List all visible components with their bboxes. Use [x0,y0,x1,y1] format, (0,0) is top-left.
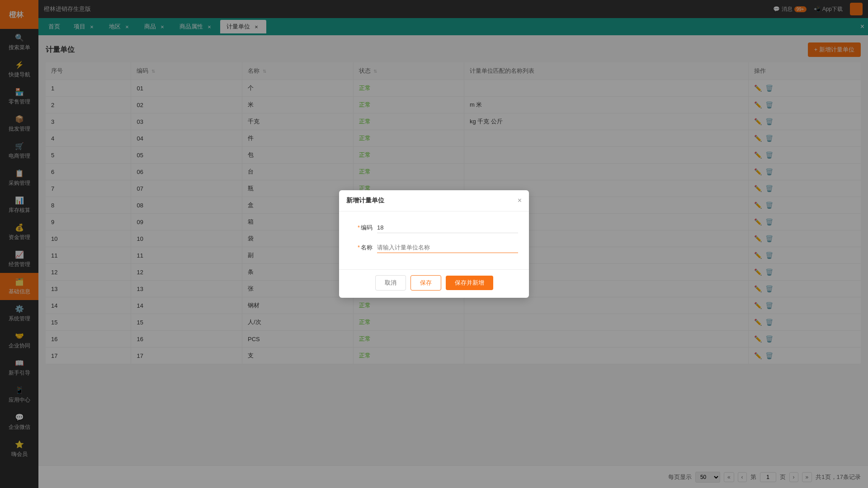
code-input[interactable] [377,222,518,233]
code-label: 编码 [350,224,377,232]
save-button[interactable]: 保存 [410,275,441,291]
modal-overlay: 新增计量单位 × 编码 名称 取消 保存 保存并新增 [0,0,868,488]
name-input[interactable] [377,242,518,253]
modal-title: 新增计量单位 [346,197,384,205]
form-row-code: 编码 [350,222,518,233]
modal-close-button[interactable]: × [518,197,522,205]
modal-header: 新增计量单位 × [339,190,529,211]
form-row-name: 名称 [350,242,518,253]
modal-footer: 取消 保存 保存并新增 [339,269,529,298]
add-unit-modal: 新增计量单位 × 编码 名称 取消 保存 保存并新增 [339,190,529,298]
modal-body: 编码 名称 [339,211,529,269]
save-and-new-button[interactable]: 保存并新增 [446,276,493,290]
name-label: 名称 [350,244,377,252]
cancel-button[interactable]: 取消 [375,275,406,291]
